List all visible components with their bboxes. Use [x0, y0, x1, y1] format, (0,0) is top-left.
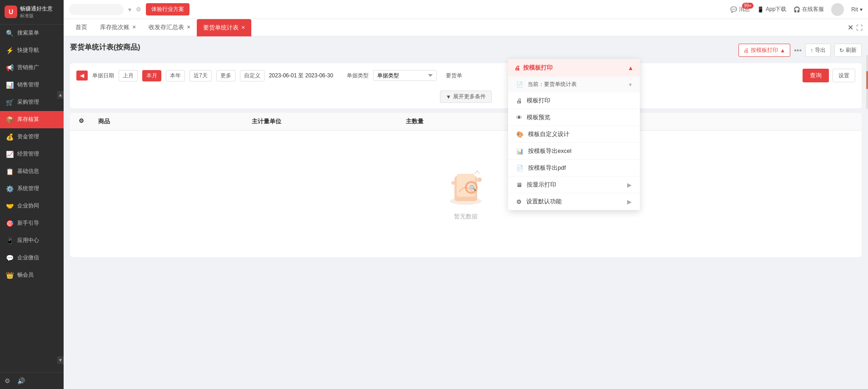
- filter-bar: ◀ 单据日期 上月 本月 本年 近7天 更多 自定义 2023-06-01 至 …: [70, 63, 862, 108]
- sidebar-item-basic[interactable]: 📋 基础信息: [0, 163, 64, 180]
- filter-row-1: ◀ 单据日期 上月 本月 本年 近7天 更多 自定义 2023-06-01 至 …: [76, 69, 855, 82]
- date-this-year[interactable]: 本年: [166, 70, 185, 81]
- inventory-icon: 📦: [5, 116, 14, 124]
- current-template-left: 📄 当前：要货单统计表: [516, 81, 577, 88]
- tab-maximize-window[interactable]: ⛶: [856, 24, 863, 31]
- sidebar-item-wechat[interactable]: 💬 企业微信: [0, 249, 64, 267]
- chevron-down-icon: ▾: [860, 6, 863, 13]
- display-print-left: 🖥 按显示打印: [516, 181, 556, 189]
- export-pdf-icon: 📄: [516, 165, 524, 172]
- sidebar-item-enterprise[interactable]: 🤝 企业协同: [0, 197, 64, 215]
- message-icon: 💬: [730, 6, 737, 13]
- sidebar-item-purchase[interactable]: 🛒 采购管理: [0, 94, 64, 111]
- date-label: 单据日期: [92, 72, 114, 80]
- main-content: ▾ ⚙ 体验行业方案 💬 消息 99+ 📱 App下载 🎧 在线客服 Rit ▾: [64, 0, 868, 389]
- username-display[interactable]: Rit ▾: [851, 6, 863, 13]
- tab-inventory-batch[interactable]: 库存批次账 ✕: [94, 19, 142, 36]
- table-settings-icon[interactable]: ⚙: [79, 117, 84, 124]
- scrollbar-thumb[interactable]: [866, 71, 868, 89]
- purchase-icon: 🛒: [5, 98, 14, 106]
- settings-btn[interactable]: 设置: [833, 69, 855, 82]
- collapse-icon-arrow: ◀: [80, 72, 84, 79]
- sidebar-item-finance[interactable]: 💰 资金管理: [0, 128, 64, 146]
- current-template-row[interactable]: 📄 当前：要货单统计表 ▾: [508, 76, 640, 92]
- sidebar-item-search[interactable]: 🔍 搜索菜单: [0, 25, 64, 42]
- dropdown-item-template-print[interactable]: 🖨 模板打印: [508, 92, 640, 109]
- tab-receivable-summary[interactable]: 收发存汇总表 ✕: [142, 19, 197, 36]
- settings-bottom-icon[interactable]: ⚙: [5, 377, 10, 384]
- operations-icon: 📈: [5, 150, 14, 158]
- dropdown-item-template-preview[interactable]: 👁 模板预览: [508, 109, 640, 126]
- svg-point-6: [477, 177, 482, 182]
- print-dropdown: 🖨 按模板打印 ▲ 📄 当前：要货单统计表 ▾ 🖨 模板打印 👁 模板预览 🎨 …: [508, 59, 640, 210]
- refresh-btn[interactable]: ↻ 刷新: [834, 44, 862, 57]
- user-avatar[interactable]: [831, 3, 844, 16]
- export-btn[interactable]: ↑ 导出: [805, 44, 831, 57]
- sidebar-item-guide[interactable]: 🎯 新手引导: [0, 215, 64, 232]
- doc-type-select[interactable]: 单据类型: [373, 70, 437, 81]
- page-content: 要货单统计表(按商品) 🖨 按模板打印 ▲ ••• ↑ 导出 ↻ 刷新: [64, 36, 868, 389]
- app-download-item[interactable]: 📱 App下载: [757, 5, 786, 13]
- topbar-dropdown-icon[interactable]: ▾: [128, 6, 131, 13]
- dropdown-item-export-excel[interactable]: 📊 按模板导出excel: [508, 143, 640, 160]
- tab-inventory-batch-close[interactable]: ✕: [132, 25, 136, 30]
- date-this-month[interactable]: 本月: [142, 70, 161, 81]
- query-btn[interactable]: 查询: [803, 69, 829, 82]
- tab-order-summary[interactable]: 要货单统计表 ✕: [197, 19, 251, 36]
- dropdown-header[interactable]: 🖨 按模板打印 ▲: [508, 59, 640, 76]
- sidebar-item-operations[interactable]: 📈 经营管理: [0, 146, 64, 163]
- sidebar-item-inventory[interactable]: 📦 库存核算: [0, 111, 64, 128]
- finance-icon: 💰: [5, 133, 14, 141]
- dropdown-item-template-custom[interactable]: 🎨 模板自定义设计: [508, 126, 640, 143]
- tab-home[interactable]: 首页: [69, 19, 94, 36]
- table-area: ⚙ 商品 主计量单位 主数量 零售金额 🔍: [70, 113, 862, 257]
- basic-icon: 📋: [5, 167, 14, 176]
- action-buttons: 🖨 按模板打印 ▲ ••• ↑ 导出 ↻ 刷新: [738, 44, 862, 57]
- guide-icon: 🎯: [5, 219, 14, 227]
- dropdown-printer-icon: 🖨: [514, 65, 520, 71]
- date-custom[interactable]: 自定义: [240, 70, 264, 81]
- display-print-icon: 🖥: [516, 182, 522, 188]
- expand-more-btn[interactable]: ▼ 展开更多条件: [440, 91, 492, 103]
- dropdown-default-func[interactable]: ⚙ 设置默认功能 ▶: [508, 193, 640, 210]
- experience-btn[interactable]: 体验行业方案: [146, 3, 190, 15]
- tab-close-window[interactable]: ✕: [848, 23, 853, 32]
- default-func-icon: ⚙: [516, 198, 522, 205]
- print-btn-chevron: ▲: [780, 47, 785, 54]
- sidebar-item-member[interactable]: 👑 畅会员: [0, 267, 64, 284]
- sidebar-item-system[interactable]: ⚙️ 系统管理: [0, 180, 64, 197]
- sidebar-bottom: ⚙ 🔊: [0, 372, 64, 389]
- app-name: 畅赚通好生意 标准版: [20, 5, 53, 19]
- default-func-chevron: ▶: [627, 198, 632, 205]
- app-logo-icon: U: [5, 5, 17, 18]
- dropdown-display-print[interactable]: 🖥 按显示打印 ▶: [508, 177, 640, 193]
- sidebar-item-shortcut[interactable]: ⚡ 快捷导航: [0, 42, 64, 59]
- topbar-gear-icon[interactable]: ⚙: [136, 6, 141, 13]
- col-settings[interactable]: ⚙: [70, 113, 93, 130]
- print-more-icon[interactable]: •••: [794, 46, 802, 55]
- sidebar-item-apps[interactable]: 📱 应用中心: [0, 232, 64, 249]
- sidebar-scroll-down[interactable]: ▼: [57, 356, 64, 364]
- sidebar-logo: U 畅赚通好生意 标准版: [0, 0, 64, 25]
- print-btn[interactable]: 🖨 按模板打印 ▲: [738, 44, 790, 57]
- topbar-right: 💬 消息 99+ 📱 App下载 🎧 在线客服 Rit ▾: [730, 3, 863, 16]
- date-last-7-days[interactable]: 近7天: [190, 70, 212, 81]
- tab-receivable-summary-close[interactable]: ✕: [187, 25, 190, 30]
- sound-icon[interactable]: 🔊: [17, 377, 25, 384]
- dropdown-chevron-up[interactable]: ▲: [628, 65, 634, 71]
- sidebar-item-marketing[interactable]: 📢 营销推广: [0, 59, 64, 76]
- online-service-item[interactable]: 🎧 在线客服: [793, 5, 824, 13]
- sidebar-scroll-up[interactable]: ▲: [57, 91, 64, 99]
- right-scrollbar[interactable]: [866, 55, 868, 109]
- dropdown-item-export-pdf[interactable]: 📄 按模板导出pdf: [508, 160, 640, 177]
- tab-order-summary-close[interactable]: ✕: [241, 25, 245, 30]
- col-unit: 主计量单位: [246, 113, 400, 130]
- empty-state-icon: 🔍: [443, 167, 489, 208]
- messages-item[interactable]: 💬 消息 99+: [730, 5, 750, 13]
- date-last-month[interactable]: 上月: [119, 70, 138, 81]
- date-more[interactable]: 更多: [216, 70, 235, 81]
- export-excel-icon: 📊: [516, 148, 524, 155]
- sidebar-item-sales[interactable]: 📊 销售管理: [0, 76, 64, 94]
- collapse-filter-btn[interactable]: ◀: [76, 71, 88, 81]
- printer-icon: 🖨: [743, 47, 749, 54]
